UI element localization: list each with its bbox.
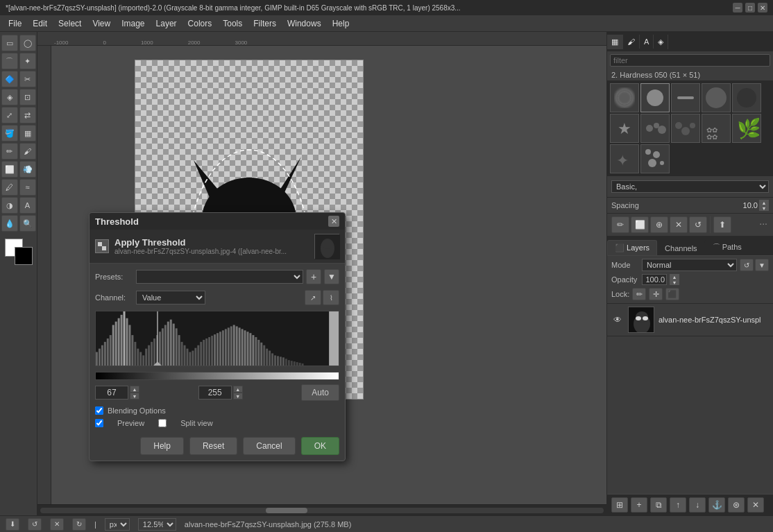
brush-cell-9[interactable]: ✿✿ ✿✿	[702, 114, 731, 143]
brush-cell-7[interactable]	[640, 114, 670, 143]
tool-transform[interactable]: ⤢	[1, 107, 18, 123]
dialog-close-button[interactable]: ✕	[328, 216, 339, 227]
ok-button[interactable]: OK	[301, 437, 339, 455]
presets-select[interactable]	[136, 270, 303, 284]
status-delete-button[interactable]: ✕	[50, 518, 64, 531]
tool-zoom[interactable]: 🔍	[19, 215, 36, 232]
brush-cell-5[interactable]	[732, 83, 761, 112]
tool-fuzzy-select[interactable]: ✦	[19, 53, 36, 69]
presets-gear-button[interactable]: ▼	[324, 269, 339, 284]
brush-cell-4[interactable]	[702, 83, 731, 112]
help-button[interactable]: Help	[140, 437, 184, 455]
preview-checkbox[interactable]	[95, 419, 103, 427]
layer-up-button[interactable]: ↑	[670, 497, 686, 513]
threshold-low-input[interactable]: 67	[95, 386, 128, 400]
maximize-button[interactable]: □	[745, 3, 755, 12]
menu-edit[interactable]: Edit	[27, 17, 53, 30]
menu-tools[interactable]: Tools	[217, 17, 248, 30]
tool-color-picker[interactable]: 💧	[1, 215, 18, 232]
tool-rect-select[interactable]: ▭	[1, 35, 18, 51]
menu-file[interactable]: File	[3, 17, 27, 30]
brush-cell-10[interactable]: 🌿	[732, 114, 761, 143]
anchor-layer-button[interactable]: ⚓	[708, 497, 725, 513]
spacing-spin-up[interactable]: ▲	[759, 200, 769, 205]
mode-arrow-button[interactable]: ▼	[755, 259, 769, 271]
tool-smudge[interactable]: ≈	[19, 179, 36, 196]
zoom-select[interactable]: 12.5% 25% 50% 100%	[138, 518, 176, 531]
new-layer-group-button[interactable]: ⊞	[611, 497, 628, 513]
threshold-high-spin-down[interactable]: ▼	[233, 393, 243, 400]
canvas-viewport[interactable]: Threshold ✕ Apply Threshold	[51, 46, 606, 504]
brush-copy-button[interactable]: ⊕	[650, 216, 668, 233]
unit-select[interactable]: px mm in	[105, 518, 130, 531]
brush-cell-6[interactable]: ★	[610, 114, 639, 143]
brush-filter-input[interactable]	[610, 54, 770, 67]
tool-gradient[interactable]: ▦	[19, 125, 36, 141]
cancel-button[interactable]: Cancel	[243, 437, 295, 455]
layer-down-button[interactable]: ↓	[689, 497, 706, 513]
lock-pixels-button[interactable]: ✏	[632, 288, 646, 300]
threshold-range-track[interactable]	[95, 372, 339, 380]
scrollbar-track[interactable]	[40, 508, 604, 513]
tab-layers[interactable]: ⬛ Layers	[607, 240, 657, 255]
brush-preset-select[interactable]: Basic, Classic	[611, 180, 769, 193]
menu-windows[interactable]: Windows	[282, 17, 327, 30]
mode-reset-button[interactable]: ↺	[740, 259, 754, 271]
status-undo-button[interactable]: ↺	[28, 518, 42, 531]
brush-cell-2[interactable]	[640, 83, 670, 112]
auto-button[interactable]: Auto	[301, 384, 339, 401]
tool-airbrush[interactable]: 💨	[19, 161, 36, 178]
tool-paintbrush[interactable]: 🖌	[19, 143, 36, 160]
tool-foreground-select[interactable]: ◈	[1, 89, 18, 105]
new-layer-button[interactable]: +	[631, 497, 647, 513]
duplicate-layer-button[interactable]: ⧉	[650, 497, 667, 513]
tool-paint-bucket[interactable]: 🪣	[1, 125, 18, 141]
brush-export-button[interactable]: ⬆	[713, 216, 731, 233]
brush-tab-patterns[interactable]: ▦	[607, 35, 623, 49]
tool-ellipse-select[interactable]: ◯	[19, 35, 36, 51]
menu-colors[interactable]: Colors	[182, 17, 218, 30]
brush-cell-8[interactable]	[671, 114, 700, 143]
merge-layer-button[interactable]: ⊛	[728, 497, 745, 513]
tool-flip[interactable]: ⇄	[19, 107, 36, 123]
brush-new-button[interactable]: ⬜	[631, 216, 649, 233]
brush-tab-fonts[interactable]: A	[640, 35, 654, 49]
reset-button[interactable]: Reset	[189, 437, 237, 455]
brush-edit-button[interactable]: ✏	[611, 216, 629, 233]
brush-cell-3[interactable]	[671, 83, 700, 112]
brush-delete-button[interactable]: ✕	[670, 216, 688, 233]
menu-view[interactable]: View	[87, 17, 116, 30]
tab-paths[interactable]: ⌒ Paths	[705, 239, 749, 255]
tool-dodge-burn[interactable]: ◑	[1, 197, 18, 214]
status-expand-button[interactable]: ⬇	[6, 518, 19, 531]
menu-layer[interactable]: Layer	[151, 17, 182, 30]
foreground-color-swatch[interactable]	[15, 247, 33, 265]
tool-free-select[interactable]: ⌒	[1, 53, 18, 69]
brush-tab-brushes[interactable]: 🖌	[623, 35, 640, 49]
lock-position-button[interactable]: ✛	[649, 288, 663, 300]
threshold-low-spin-down[interactable]: ▼	[130, 393, 139, 400]
tool-select-color[interactable]: 🔷	[1, 71, 18, 87]
spacing-spin-down[interactable]: ▼	[759, 205, 769, 211]
brush-more-button[interactable]: ···	[758, 216, 769, 233]
tool-crop[interactable]: ⊡	[19, 89, 36, 105]
horizontal-scrollbar[interactable]	[37, 504, 606, 515]
tab-channels[interactable]: Channels	[657, 241, 704, 255]
channel-select[interactable]: Value Red Green Blue	[136, 291, 205, 304]
threshold-low-spin-up[interactable]: ▲	[130, 386, 139, 393]
brush-cell-11[interactable]: ✦	[610, 144, 639, 173]
lock-alpha-button[interactable]: ⬛	[665, 288, 679, 300]
split-view-checkbox[interactable]	[158, 419, 167, 427]
opacity-spin-up[interactable]: ▲	[670, 274, 679, 280]
threshold-high-input[interactable]: 255	[198, 386, 232, 400]
menu-filters[interactable]: Filters	[248, 17, 282, 30]
status-redo-button[interactable]: ↻	[72, 518, 86, 531]
brush-refresh-button[interactable]: ↺	[689, 216, 707, 233]
menu-help[interactable]: Help	[327, 17, 355, 30]
menu-select[interactable]: Select	[53, 17, 87, 30]
layer-mode-select[interactable]: Normal Multiply Screen	[642, 259, 737, 271]
tool-ink[interactable]: 🖊	[1, 179, 18, 196]
threshold-high-spin-up[interactable]: ▲	[233, 386, 243, 393]
opacity-input[interactable]	[642, 274, 667, 285]
minimize-button[interactable]: ─	[733, 3, 742, 12]
